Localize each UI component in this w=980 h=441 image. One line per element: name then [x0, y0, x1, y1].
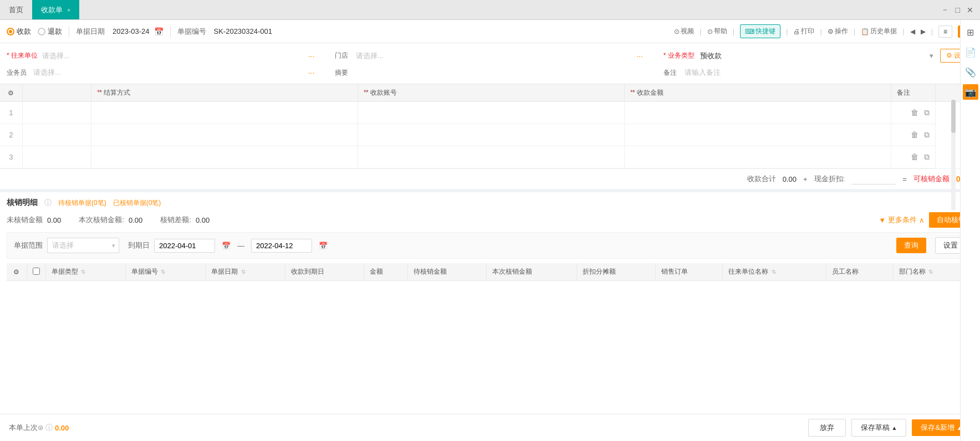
table-gear-icon[interactable]: ⚙: [8, 89, 14, 97]
shortcut-btn[interactable]: ⌨ 快捷键: [740, 24, 780, 38]
close-button[interactable]: ✕: [967, 6, 973, 14]
row-1-copy-icon[interactable]: ⧉: [924, 108, 930, 117]
row-1-settlement[interactable]: [22, 102, 91, 124]
radio-receipt-dot: [7, 28, 14, 35]
tab-receipt[interactable]: 收款单 ×: [32, 0, 79, 19]
scroll-thumb[interactable]: [951, 100, 956, 133]
staff-label: 业务员: [7, 68, 27, 78]
col-account: * * 收款账号: [358, 84, 625, 102]
store-label: 门店: [335, 51, 348, 60]
row-2-account[interactable]: [91, 124, 358, 146]
sidebar-table-icon[interactable]: ⊞: [963, 24, 978, 40]
help-link[interactable]: ⊙ 帮助: [707, 27, 727, 36]
form-row-2: 业务员 ··· 摘要 备注: [7, 67, 973, 78]
col-settlement: * * 结算方式: [91, 84, 358, 102]
business-type-field: * 业务类型 预收款 ▾ ⚙ 设置: [663, 49, 973, 63]
row-2-settlement[interactable]: [22, 124, 91, 146]
filter-icon: ▼: [879, 216, 886, 224]
operations-link[interactable]: ⚙ 操作: [828, 27, 848, 36]
business-type-chevron[interactable]: ▾: [930, 52, 933, 60]
end-date-cal-icon[interactable]: 📅: [319, 242, 328, 250]
video-icon: ⊙: [674, 28, 680, 35]
list-view-btn[interactable]: ≡: [938, 25, 952, 38]
video-link[interactable]: ⊙ 视频: [674, 27, 694, 36]
footer: 本单上次⊙ ⓘ 0.00 放弃 保存草稿 ▲ 保存&新增 ▲: [0, 414, 980, 441]
end-date-input[interactable]: [251, 239, 312, 253]
footer-buttons: 放弃 保存草稿 ▲ 保存&新增 ▲: [808, 419, 971, 437]
current-writeoff-value: 0.00: [129, 216, 142, 224]
tab-close-receipt[interactable]: ×: [67, 7, 70, 13]
row-3-account[interactable]: [91, 146, 358, 168]
print-link[interactable]: 🖨 打印: [793, 27, 814, 36]
abandon-button[interactable]: 放弃: [808, 419, 846, 437]
row-3-delete-icon[interactable]: 🗑: [911, 152, 918, 161]
number-sort-icon[interactable]: ⇅: [161, 269, 165, 275]
range-select[interactable]: 请选择 ▾: [47, 238, 119, 253]
partner-input[interactable]: [40, 50, 306, 61]
form-section: * 往来单位 ··· 门店 ··· * 业务类型 预收款 ▾ ⚙ 设置: [0, 43, 980, 84]
partner-more-btn[interactable]: ···: [306, 52, 317, 60]
bt-col-sales-order: 销售订单: [656, 263, 723, 281]
writeoff-info-icon[interactable]: ⓘ: [44, 198, 52, 208]
row-3-amount[interactable]: [358, 146, 625, 168]
row-3-settlement[interactable]: [22, 146, 91, 168]
row-1-amount[interactable]: [358, 102, 625, 124]
query-btn[interactable]: 查询: [896, 238, 926, 253]
bt-col-current: 本次核销金额: [487, 263, 577, 281]
store-sort-icon[interactable]: ⇅: [928, 269, 933, 275]
plus-label: +: [803, 175, 808, 183]
diff-label: 核销差额:: [160, 215, 191, 225]
staff-more-btn[interactable]: ···: [306, 68, 317, 77]
row-2-remarks[interactable]: [625, 124, 891, 146]
prev-icon[interactable]: ◀: [910, 28, 915, 35]
staff-input[interactable]: [31, 67, 306, 78]
pending-tab-link[interactable]: 待核销单据(0笔): [58, 198, 106, 208]
current-page-value: 0.00: [55, 424, 69, 432]
start-date-input[interactable]: [154, 239, 215, 253]
col-settings: ⚙: [0, 84, 22, 102]
discount-label: 现金折扣:: [814, 174, 845, 184]
store-input[interactable]: [354, 50, 634, 61]
store-more-btn[interactable]: ···: [634, 52, 645, 60]
maximize-button[interactable]: □: [956, 6, 960, 14]
row-1-remarks[interactable]: [625, 102, 891, 124]
draft-button[interactable]: 保存草稿 ▲: [851, 419, 907, 437]
type-sort-icon[interactable]: ⇅: [81, 269, 85, 275]
business-type-value: 预收款: [700, 51, 930, 61]
row-3-actions: 🗑 ⧉: [891, 146, 936, 168]
history-link[interactable]: 📋 历史单据: [861, 27, 897, 36]
page-info-icon[interactable]: ⓘ: [45, 423, 53, 433]
bt-gear-icon[interactable]: ⚙: [13, 268, 19, 276]
sidebar-document-icon[interactable]: 📄: [963, 44, 978, 60]
form-row-1: * 往来单位 ··· 门店 ··· * 业务类型 预收款 ▾ ⚙ 设置: [7, 49, 973, 63]
row-1-account[interactable]: [91, 102, 358, 124]
row-3-copy-icon[interactable]: ⧉: [924, 152, 930, 161]
row-2-amount[interactable]: [358, 124, 625, 146]
summary-input[interactable]: [354, 67, 645, 78]
completed-tab-link[interactable]: 已核销单据(0笔): [113, 198, 161, 208]
date-sort-icon[interactable]: ⇅: [241, 269, 246, 275]
partner-sort-icon[interactable]: ⇅: [772, 269, 776, 275]
bt-col-due-date: 收款到期日: [285, 263, 364, 281]
calendar-icon[interactable]: 📅: [154, 27, 164, 36]
row-2-delete-icon[interactable]: 🗑: [911, 130, 918, 139]
sidebar-clip-icon[interactable]: 📎: [963, 64, 978, 80]
bottom-table: ⚙ 单据类型 ⇅ 单据编号 ⇅: [7, 263, 973, 281]
tab-bar: 首页 收款单 × － □ ✕: [0, 0, 980, 20]
tab-home[interactable]: 首页: [0, 0, 32, 19]
row-2-copy-icon[interactable]: ⧉: [924, 130, 930, 139]
remarks-input[interactable]: [682, 67, 973, 78]
next-icon[interactable]: ▶: [921, 28, 926, 35]
sidebar-camera-icon[interactable]: 📷: [963, 84, 978, 100]
partner-field: * 往来单位 ···: [7, 50, 317, 61]
radio-receipt[interactable]: 收款: [7, 27, 31, 37]
more-conditions-btn[interactable]: ▼ 更多条件 ∧: [879, 215, 925, 225]
row-3-remarks[interactable]: [625, 146, 891, 168]
discount-input[interactable]: [851, 173, 896, 184]
main-area: 收款 退款 单据日期 2023-03-24 📅 单据编号 SK-20230324…: [0, 20, 980, 441]
row-1-delete-icon[interactable]: 🗑: [911, 108, 918, 117]
date-range-dash: —: [237, 242, 244, 250]
select-all-checkbox[interactable]: [33, 268, 40, 275]
radio-refund[interactable]: 退款: [38, 27, 62, 37]
minimize-button[interactable]: －: [941, 5, 949, 15]
